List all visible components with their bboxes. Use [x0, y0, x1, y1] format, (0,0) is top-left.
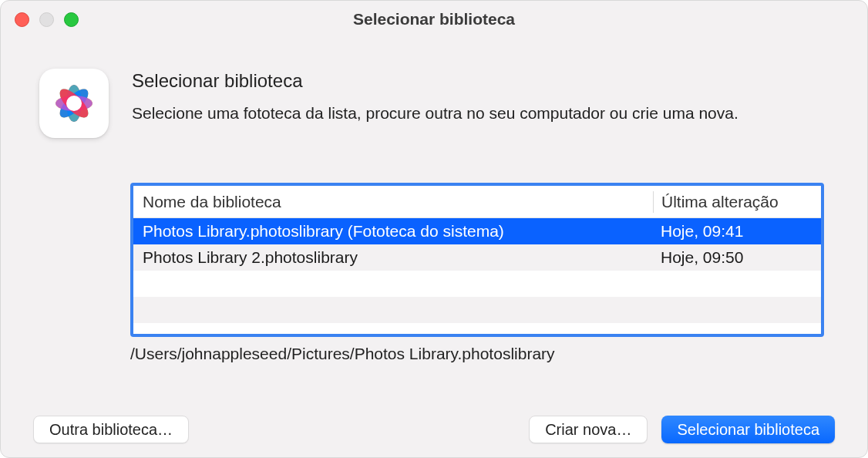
- titlebar: Selecionar biblioteca: [1, 1, 867, 38]
- other-library-button[interactable]: Outra biblioteca…: [33, 416, 189, 443]
- window-title: Selecionar biblioteca: [1, 10, 867, 29]
- table-row-empty: [133, 271, 821, 297]
- table-body: Photos Library.photoslibrary (Fototeca d…: [133, 218, 821, 323]
- button-bar: Outra biblioteca… Criar nova… Selecionar…: [33, 416, 835, 443]
- library-path: /Users/johnappleseed/Pictures/Photos Lib…: [130, 345, 829, 363]
- header-row: Selecionar biblioteca Selecione uma foto…: [39, 69, 829, 138]
- svg-point-8: [66, 96, 82, 111]
- traffic-lights: [15, 12, 79, 27]
- close-button[interactable]: [15, 12, 29, 27]
- photos-app-icon: [39, 69, 109, 138]
- cell-modified: Hoje, 09:50: [653, 248, 821, 267]
- column-header-modified[interactable]: Última alteração: [653, 191, 821, 213]
- content-area: Selecionar biblioteca Selecione uma foto…: [1, 38, 867, 457]
- create-new-button[interactable]: Criar nova…: [529, 416, 648, 443]
- header-text: Selecionar biblioteca Selecione uma foto…: [132, 69, 738, 123]
- table-row[interactable]: Photos Library 2.photoslibrary Hoje, 09:…: [133, 244, 821, 271]
- table-row-empty: [133, 297, 821, 323]
- zoom-button[interactable]: [64, 12, 79, 27]
- table-row[interactable]: Photos Library.photoslibrary (Fototeca d…: [133, 218, 821, 244]
- column-header-name[interactable]: Nome da biblioteca: [133, 193, 653, 211]
- library-table[interactable]: Nome da biblioteca Última alteração Phot…: [130, 183, 824, 337]
- minimize-button: [39, 12, 54, 27]
- cell-modified: Hoje, 09:41: [653, 222, 821, 241]
- select-library-button[interactable]: Selecionar biblioteca: [661, 416, 835, 443]
- dialog-title: Selecionar biblioteca: [132, 70, 738, 92]
- dialog-window: Selecionar biblioteca: [0, 0, 868, 458]
- table-header: Nome da biblioteca Última alteração: [133, 186, 821, 218]
- dialog-subtitle: Selecione uma fototeca da lista, procure…: [132, 104, 738, 123]
- cell-name: Photos Library.photoslibrary (Fototeca d…: [133, 222, 653, 241]
- cell-name: Photos Library 2.photoslibrary: [133, 248, 653, 267]
